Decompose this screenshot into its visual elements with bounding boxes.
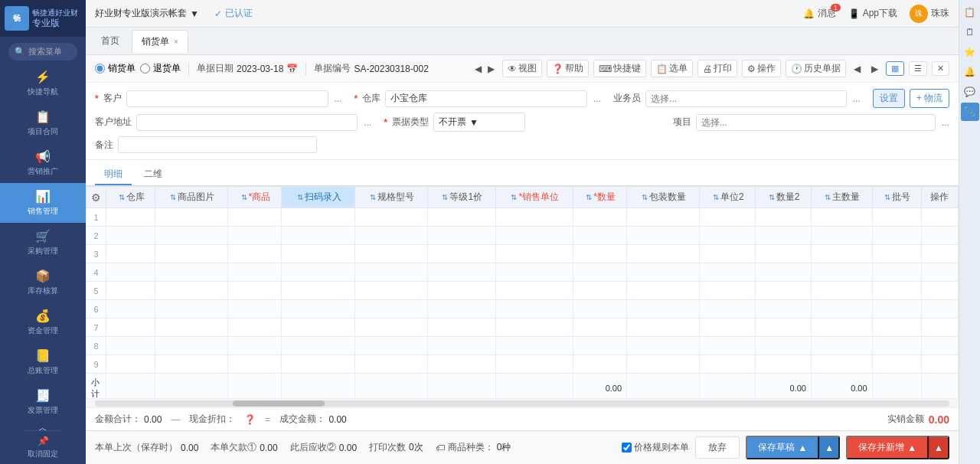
warehouse-input[interactable] <box>385 90 587 107</box>
cell-row3-col3[interactable] <box>228 245 282 263</box>
cell-row6-col14[interactable] <box>921 300 958 319</box>
cell-row3-col7[interactable] <box>495 245 573 263</box>
cell-row6-col12[interactable] <box>811 300 872 319</box>
cell-row4-col6[interactable] <box>428 263 495 282</box>
tab-home[interactable]: 首页 <box>92 31 129 51</box>
cell-row5-col5[interactable] <box>354 282 427 300</box>
cell-row8-col11[interactable] <box>756 337 812 355</box>
cell-row2-col5[interactable] <box>354 227 427 245</box>
cell-row3-col2[interactable] <box>155 245 228 263</box>
price-rule-input[interactable] <box>622 443 632 453</box>
cell-row1-col11[interactable] <box>756 208 812 227</box>
app-download-btn[interactable]: 📱 App下载 <box>848 7 897 20</box>
sort-product-icon[interactable]: ⇅ <box>241 193 247 201</box>
notes-input[interactable] <box>118 136 317 153</box>
cell-row1-col7[interactable] <box>495 208 573 227</box>
shortcut-btn[interactable]: ⌨ 快捷键 <box>593 60 646 77</box>
radio-sales-input[interactable] <box>95 64 105 74</box>
sidebar-item-quick-nav[interactable]: ⚡ 快捷导航 <box>0 64 86 103</box>
cell-row4-col14[interactable] <box>921 263 958 282</box>
cell-row1-col12[interactable] <box>811 208 872 227</box>
sort-batch-icon[interactable]: ⇅ <box>884 193 890 201</box>
cell-row5-col11[interactable] <box>756 282 812 300</box>
right-panel-btn-5[interactable]: 💬 <box>961 83 979 101</box>
customer-input[interactable] <box>126 90 328 107</box>
cell-row3-col12[interactable] <box>811 245 872 263</box>
address-picker-btn[interactable]: ... <box>364 117 371 128</box>
price-rule-checkbox[interactable]: 价格规则本单 <box>622 441 689 454</box>
select-btn[interactable]: 📋 选单 <box>651 60 693 77</box>
cell-row1-col9[interactable] <box>627 208 700 227</box>
cell-row3-col4[interactable] <box>282 245 354 263</box>
cell-row2-col6[interactable] <box>428 227 495 245</box>
address-input[interactable] <box>136 114 358 131</box>
warehouse-picker-btn[interactable]: ... <box>593 93 601 104</box>
tab-sales-order[interactable]: 销货单 × <box>132 30 188 53</box>
cell-row2-col7[interactable] <box>495 227 573 245</box>
cell-row1-col5[interactable] <box>354 208 427 227</box>
cell-row4-col5[interactable] <box>354 263 427 282</box>
cell-row4-col10[interactable] <box>700 263 756 282</box>
right-panel-btn-1[interactable]: 📋 <box>961 3 979 21</box>
cell-row8-col9[interactable] <box>627 337 700 355</box>
sidebar-item-ledger[interactable]: 📒 总账管理 <box>0 342 86 382</box>
cell-row4-col7[interactable] <box>495 263 573 282</box>
cell-row2-col3[interactable] <box>228 227 282 245</box>
cell-row5-col13[interactable] <box>872 282 921 300</box>
cell-row6-col8[interactable] <box>573 300 626 319</box>
radio-return[interactable]: 退货单 <box>140 62 181 75</box>
cell-row2-col2[interactable] <box>155 227 228 245</box>
settings-col-icon[interactable]: ⚙ <box>91 191 101 204</box>
save-draft-btn[interactable]: 保存草稿 ▲ <box>746 436 819 459</box>
cell-row7-col4[interactable] <box>282 319 354 337</box>
cell-row5-col7[interactable] <box>495 282 573 300</box>
cell-row1-col13[interactable] <box>872 208 921 227</box>
col-settings[interactable]: ⚙ <box>87 187 106 208</box>
next-arrow-icon[interactable]: ▶ <box>485 62 498 76</box>
cell-row1-col8[interactable] <box>573 208 626 227</box>
cell-row3-col11[interactable] <box>756 245 812 263</box>
sort-scan-icon[interactable]: ⇅ <box>297 193 303 201</box>
cell-row4-col9[interactable] <box>627 263 700 282</box>
cell-row2-col10[interactable] <box>700 227 756 245</box>
cell-row3-col13[interactable] <box>872 245 921 263</box>
cell-row8-col3[interactable] <box>228 337 282 355</box>
cell-row9-col13[interactable] <box>872 355 921 374</box>
grid-view-btn[interactable]: ▦ <box>886 61 904 76</box>
cell-row6-col10[interactable] <box>700 300 756 319</box>
save-draft-arrow-btn[interactable]: ▲ <box>819 436 840 459</box>
sidebar-item-purchase[interactable]: 🛒 采购管理 <box>0 223 86 263</box>
right-panel-btn-6[interactable]: 📎 <box>961 103 979 121</box>
cell-row5-col6[interactable] <box>428 282 495 300</box>
sidebar-item-project[interactable]: 📋 项目合同 <box>0 103 86 143</box>
next-view-icon[interactable]: ▶ <box>868 62 881 76</box>
save-new-btn[interactable]: 保存并新增 ▲ <box>846 436 929 459</box>
cell-row2-col14[interactable] <box>921 227 958 245</box>
sort-image-icon[interactable]: ⇅ <box>170 193 176 201</box>
sort-qty-icon[interactable]: ⇅ <box>586 193 592 201</box>
cell-row5-col4[interactable] <box>282 282 354 300</box>
help-btn[interactable]: ❓ 帮助 <box>547 60 589 77</box>
cell-row3-col1[interactable] <box>106 245 155 263</box>
add-logistics-btn[interactable]: + 物流 <box>910 89 949 108</box>
cell-row8-col5[interactable] <box>354 337 427 355</box>
cell-row1-col3[interactable] <box>228 208 282 227</box>
radio-return-input[interactable] <box>140 64 150 74</box>
cell-row7-col12[interactable] <box>811 319 872 337</box>
cell-row7-col1[interactable] <box>106 319 155 337</box>
prev-arrow-icon[interactable]: ◀ <box>472 62 485 76</box>
cell-row5-col3[interactable] <box>228 282 282 300</box>
cell-row9-col8[interactable] <box>573 355 626 374</box>
sidebar-item-finance[interactable]: 💰 资金管理 <box>0 302 86 342</box>
cell-row4-col11[interactable] <box>756 263 812 282</box>
user-menu[interactable]: 珠 珠珠 <box>910 5 949 23</box>
right-panel-btn-4[interactable]: 🔔 <box>961 63 979 81</box>
cell-row6-col5[interactable] <box>354 300 427 319</box>
salesman-input[interactable] <box>645 90 847 107</box>
cell-row4-col12[interactable] <box>811 263 872 282</box>
cell-row7-col2[interactable] <box>155 319 228 337</box>
sort-pack-icon[interactable]: ⇅ <box>642 193 648 201</box>
history-btn[interactable]: 🕐 历史单据 <box>786 60 846 77</box>
cell-row4-col13[interactable] <box>872 263 921 282</box>
cell-row6-col1[interactable] <box>106 300 155 319</box>
